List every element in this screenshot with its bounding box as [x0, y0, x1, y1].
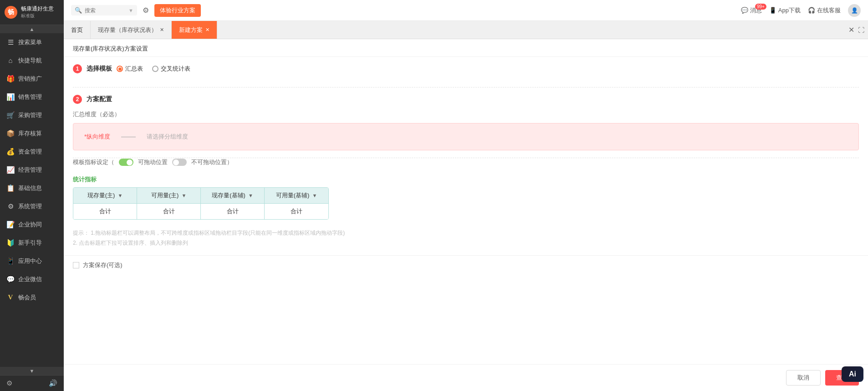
window-expand-btn[interactable]: ⛶: [858, 26, 864, 34]
tabbar: 首页 现存量（库存状况表） ✕ 新建方案 ✕ ✕ ⛶: [64, 21, 868, 39]
stats-table-row: 合计 合计 合计 合计: [73, 203, 328, 219]
sidebar-item-newbie[interactable]: 🔰 新手引导: [0, 234, 64, 252]
cell-2: 合计: [137, 204, 201, 219]
new-plan-tab-close[interactable]: ✕: [205, 27, 209, 33]
col-header-2: 可用量(主) ▼: [137, 188, 201, 203]
app-icon: 📱: [769, 7, 776, 14]
home-icon: ⌂: [6, 57, 15, 65]
col2-dropdown[interactable]: ▼: [181, 193, 186, 198]
sidebar-scroll-down[interactable]: ▼: [0, 367, 64, 375]
service-label: 在线客服: [817, 6, 841, 15]
tab-new-plan[interactable]: 新建方案 ✕: [172, 21, 217, 39]
search-dropdown-icon[interactable]: ▼: [128, 8, 133, 13]
sidebar-item-label: 资金管理: [18, 148, 42, 156]
trend-icon: 📈: [6, 166, 15, 174]
dim-placeholder[interactable]: 请选择分组维度: [147, 133, 188, 141]
main-area: 🔍 ▼ ⚙ 体验行业方案 💬 消息 99+ 📱 App下载 🎧 在线客服 👤: [64, 0, 868, 391]
col3-dropdown[interactable]: ▼: [248, 193, 253, 198]
sidebar-item-label: 营销推广: [18, 75, 42, 83]
sidebar-nav: ☰ 搜索菜单 ⌂ 快捷导航 🎁 营销推广 📊 销售管理 🛒 采购管理 📦 库存核…: [0, 33, 64, 367]
tab-inventory-status[interactable]: 现存量（库存状况表） ✕: [91, 21, 172, 39]
message-button[interactable]: 💬 消息 99+: [741, 6, 762, 15]
indicator-toggle-off[interactable]: [172, 159, 187, 166]
box-icon: 📦: [6, 129, 15, 138]
sidebar-item-inventory[interactable]: 📦 库存核算: [0, 124, 64, 143]
sidebar-item-quick-nav[interactable]: ⌂ 快捷导航: [0, 51, 64, 70]
sidebar: 畅 畅康通好生意 标准版 ▲ ☰ 搜索菜单 ⌂ 快捷导航 🎁 营销推广 📊 销售…: [0, 0, 64, 391]
trial-button[interactable]: 体验行业方案: [154, 4, 201, 17]
page-title: 现存量(库存状况表)方案设置: [73, 45, 148, 52]
sidebar-item-marketing[interactable]: 🎁 营销推广: [0, 70, 64, 88]
app-name: 畅康通好生意: [21, 5, 54, 13]
guide-icon: 🔰: [6, 239, 15, 247]
sidebar-item-member[interactable]: V 畅会员: [0, 288, 64, 307]
sidebar-item-label: 系统管理: [18, 202, 42, 211]
search-box[interactable]: 🔍 ▼: [71, 5, 137, 15]
app-download-label: App下载: [778, 6, 801, 15]
topbar: 🔍 ▼ ⚙ 体验行业方案 💬 消息 99+ 📱 App下载 🎧 在线客服 👤: [64, 0, 868, 21]
cart-icon: 🛒: [6, 111, 15, 119]
online-service-button[interactable]: 🎧 在线客服: [808, 6, 841, 15]
stats-table: 现存量(主) ▼ 可用量(主) ▼ 现存量(基辅) ▼ 可用量(基辅): [73, 187, 329, 220]
sidebar-item-purchase[interactable]: 🛒 采购管理: [0, 106, 64, 124]
search-input[interactable]: [85, 7, 126, 14]
indicator-toggle-on[interactable]: [119, 159, 133, 166]
window-close-btn[interactable]: ✕: [848, 26, 854, 34]
sidebar-item-label: 基础信息: [18, 184, 42, 192]
sidebar-item-operations[interactable]: 📈 经营管理: [0, 161, 64, 179]
inventory-tab-label: 现存量（库存状况表）: [98, 26, 157, 34]
radio-summary[interactable]: 汇总表: [117, 65, 143, 73]
search-icon: 🔍: [75, 7, 82, 14]
gear-icon: ⚙: [6, 202, 15, 211]
cancel-button[interactable]: 取消: [786, 370, 821, 386]
indicator-settings-label: 模板指标设定（: [73, 158, 114, 166]
page-header: 现存量(库存状况表)方案设置: [64, 39, 868, 57]
radio-summary-label: 汇总表: [125, 65, 143, 73]
inventory-tab-close[interactable]: ✕: [160, 27, 164, 33]
section2-label: 方案配置: [87, 95, 112, 103]
stats-section: 统计指标 现存量(主) ▼ 可用量(主) ▼ 现存量(基辅): [64, 175, 868, 221]
sidebar-item-basic-info[interactable]: 📋 基础信息: [0, 179, 64, 197]
money-icon: 💰: [6, 148, 15, 156]
sidebar-item-wechat[interactable]: 💬 企业微信: [0, 270, 64, 288]
dimension-area: *纵向维度 —— 请选择分组维度: [73, 123, 859, 150]
sidebar-item-search-menu[interactable]: ☰ 搜索菜单: [0, 33, 64, 51]
save-checkbox-row: 方案保存(可选): [64, 255, 868, 275]
tab-home[interactable]: 首页: [64, 21, 91, 39]
stats-title: 统计指标: [73, 175, 859, 184]
col1-dropdown[interactable]: ▼: [117, 193, 123, 198]
user-avatar[interactable]: 👤: [848, 4, 861, 17]
sidebar-item-sales[interactable]: 📊 销售管理: [0, 88, 64, 106]
app-icon: 畅: [5, 6, 17, 19]
col2-label: 可用量(主): [151, 191, 179, 200]
sidebar-item-enterprise[interactable]: 📝 企业协同: [0, 216, 64, 234]
app-download-button[interactable]: 📱 App下载: [769, 6, 801, 15]
indicator-settings: 模板指标设定（ 可拖动位置 不可拖动位置）: [64, 158, 868, 175]
radio-crosstab-label: 交叉统计表: [161, 65, 190, 73]
volume-icon[interactable]: 🔊: [49, 379, 57, 387]
sidebar-item-finance[interactable]: 💰 资金管理: [0, 143, 64, 161]
toggle-off-label: 不可拖动位置）: [191, 158, 233, 166]
sidebar-item-label: 销售管理: [18, 93, 42, 101]
sidebar-item-system[interactable]: ⚙ 系统管理: [0, 197, 64, 216]
tips-line1: 提示： 1.拖动标题栏可以调整布局，不可跨维度或指标区域拖动栏目字段(只能在同一…: [73, 228, 859, 238]
col4-dropdown[interactable]: ▼: [312, 193, 317, 198]
member-icon: V: [6, 293, 15, 302]
col1-label: 现存量(主): [87, 191, 115, 200]
radio-crosstab[interactable]: 交叉统计表: [152, 65, 190, 73]
save-checkbox[interactable]: [73, 262, 79, 268]
message-badge: 99+: [755, 4, 766, 10]
radio-crosstab-dot: [152, 66, 158, 72]
sidebar-scroll-up[interactable]: ▲: [0, 25, 64, 33]
home-tab-label: 首页: [71, 26, 83, 34]
sidebar-item-label: 新手引导: [18, 239, 42, 247]
settings-icon[interactable]: ⚙: [6, 379, 12, 387]
col3-label: 现存量(基辅): [212, 191, 245, 200]
vertical-dim-label: *纵向维度: [84, 133, 110, 141]
sidebar-item-app-center[interactable]: 📱 应用中心: [0, 252, 64, 270]
sidebar-item-label: 采购管理: [18, 111, 42, 119]
topbar-gear-icon[interactable]: ⚙: [143, 6, 149, 15]
topbar-right: 💬 消息 99+ 📱 App下载 🎧 在线客服 👤: [741, 4, 861, 17]
ai-badge[interactable]: Ai: [842, 366, 863, 382]
page-wrapper: 现存量(库存状况表)方案设置 1 选择模板 汇总表 交叉统计表: [64, 39, 868, 364]
